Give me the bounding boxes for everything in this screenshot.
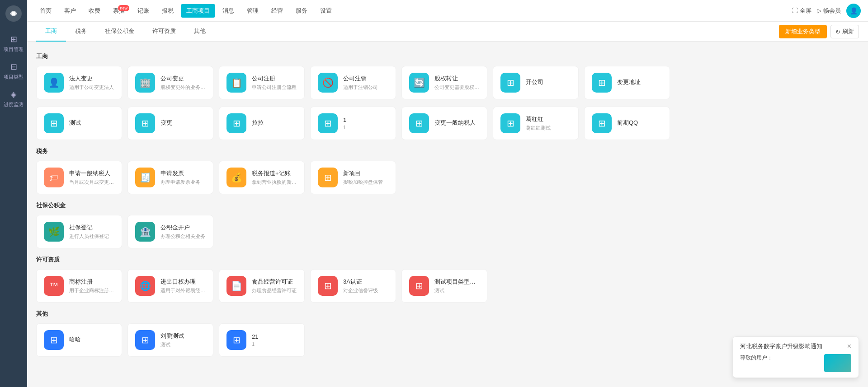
- nav-accounting[interactable]: 记账: [132, 4, 155, 18]
- tab-shebao[interactable]: 社保公积金: [96, 22, 143, 42]
- card-title: 股权转让: [434, 75, 480, 83]
- card-trademark[interactable]: ™ 商标注册 用于企业商标注册服务: [36, 269, 122, 303]
- card-desc: 对企业信誉评级: [343, 287, 388, 294]
- card-change2[interactable]: ⊞ 变更: [127, 107, 213, 140]
- nav-client[interactable]: 客户: [59, 4, 81, 18]
- nav-settings[interactable]: 设置: [315, 4, 337, 18]
- card-tax-report[interactable]: 💰 税务报道+记账 拿到营业执照的新公司: [219, 161, 305, 194]
- card-icon-tax-report: 💰: [226, 168, 246, 187]
- card-desc: 申请公司注册全流程: [252, 84, 297, 91]
- card-icon-haha: ⊞: [44, 330, 64, 350]
- member-label: 畅会员: [823, 7, 841, 15]
- card-title: 申请一般纳税人: [69, 169, 114, 177]
- card-icon-new-project: ⊞: [318, 168, 338, 187]
- card-title: 变更地址: [617, 78, 662, 86]
- card-3a-cert[interactable]: ⊞ 3A认证 对企业信誉评级: [310, 269, 396, 303]
- sidebar-item-label: 项目类型: [4, 74, 24, 80]
- card-icon-num1: ⊞: [318, 113, 338, 133]
- xuke-cards: ™ 商标注册 用于企业商标注册服务 🌐 进出口权办理 适用于对外贸易经营者 📄 …: [36, 269, 859, 303]
- card-icon-apply-invoice: 🧾: [135, 168, 155, 187]
- section-title-xuke: 许可资质: [36, 256, 859, 264]
- card-apply-taxpayer[interactable]: 🏷 申请一般纳税人 当月或次月成变更完成: [36, 161, 122, 194]
- card-icon-import-export: 🌐: [135, 276, 155, 296]
- fullscreen-label: 全屏: [800, 7, 811, 15]
- topnav: 首页 客户 收费 票据 new 记账 报税 工商项目 消息 管理 经营 服务 设…: [27, 0, 868, 22]
- new-type-button[interactable]: 新增业务类型: [779, 25, 827, 38]
- card-company-register[interactable]: 📋 公司注册 申请公司注册全流程: [219, 66, 305, 99]
- topnav-right: ⛶ 全屏 ▷ 畅会员 👤: [792, 4, 861, 18]
- card-change-address[interactable]: ⊞ 变更地址: [584, 66, 670, 99]
- nav-home[interactable]: 首页: [34, 4, 57, 18]
- avatar[interactable]: 👤: [846, 4, 861, 18]
- nav-biz-project[interactable]: 工商项目: [181, 4, 215, 18]
- card-title: 公司变更: [160, 75, 206, 83]
- card-new-project[interactable]: ⊞ 新项目 报税加税控盘保管: [310, 161, 396, 194]
- shuiwu-cards: 🏷 申请一般纳税人 当月或次月成变更完成 🧾 申请发票 办理申请发票业务 💰 税…: [36, 161, 859, 194]
- card-test-project-type[interactable]: ⊞ 测试项目类型自定义 测试: [401, 269, 487, 303]
- card-title: 3A认证: [343, 278, 388, 286]
- card-change-taxpayer[interactable]: ⊞ 变更一般纳税人: [401, 107, 487, 140]
- nav-operation[interactable]: 经营: [266, 4, 288, 18]
- tab-shuiwu[interactable]: 税务: [66, 22, 96, 42]
- refresh-button[interactable]: ↻ 刷新: [830, 25, 859, 38]
- card-company-change[interactable]: 🏢 公司变更 股权变更外的业务变更: [127, 66, 213, 99]
- nav-ticket[interactable]: 票据 new: [108, 4, 130, 18]
- member-btn[interactable]: ▷ 畅会员: [817, 7, 841, 15]
- sidebar-logo: [5, 5, 23, 23]
- card-icon-legal-change: 👤: [44, 73, 64, 93]
- nav-manage[interactable]: 管理: [241, 4, 264, 18]
- card-liupeng-test[interactable]: ⊞ 刘鹏测试 测试: [127, 323, 213, 357]
- tab-bar: 工商 税务 社保公积金 许可资质 其他 新增业务类型 ↻ 刷新: [27, 22, 868, 42]
- sidebar-item-label: 进度监测: [4, 101, 24, 108]
- card-food-license[interactable]: 📄 食品经营许可证 办理食品经营许可证: [219, 269, 305, 303]
- notif-close-button[interactable]: ×: [847, 342, 851, 350]
- sidebar-item-project-type[interactable]: ⊟ 项目类型: [0, 57, 27, 85]
- nav-message[interactable]: 消息: [217, 4, 240, 18]
- card-title: 变更一般纳税人: [434, 119, 480, 127]
- card-provident-fund[interactable]: 🏦 公积金开户 办理公积金相关业务: [127, 215, 213, 248]
- card-desc: 1: [252, 341, 297, 347]
- card-legal-change[interactable]: 👤 法人变更 适用于公司变更法人: [36, 66, 122, 99]
- card-test[interactable]: ⊞ 测试: [36, 107, 122, 140]
- nav-tax[interactable]: 报税: [156, 4, 179, 18]
- card-social-insurance[interactable]: 🌿 社保登记 进行人员社保登记: [36, 215, 122, 248]
- nav-service[interactable]: 服务: [290, 4, 313, 18]
- card-icon-provident-fund: 🏦: [135, 222, 155, 242]
- card-desc: 办理申请发票业务: [160, 179, 206, 186]
- sidebar-item-progress-monitor[interactable]: ◈ 进度监测: [0, 85, 27, 112]
- card-title: 新项目: [343, 169, 388, 177]
- grid-icon: ⊞: [10, 34, 17, 44]
- notif-title: 河北税务数字账户升级影响通知: [740, 342, 822, 350]
- sidebar-item-project-manage[interactable]: ⊞ 项目管理: [0, 30, 27, 57]
- card-icon-trademark: ™: [44, 276, 64, 296]
- card-import-export[interactable]: 🌐 进出口权办理 适用于对外贸易经营者: [127, 269, 213, 303]
- fullscreen-btn[interactable]: ⛶ 全屏: [792, 7, 811, 15]
- card-mohonghong[interactable]: ⊞ 葛红红 葛红红测试: [493, 107, 579, 140]
- card-title: 商标注册: [69, 278, 114, 286]
- card-num21[interactable]: ⊞ 21 1: [219, 323, 305, 357]
- card-desc: 股权变更外的业务变更: [160, 84, 206, 91]
- tab-gongshang[interactable]: 工商: [36, 22, 66, 42]
- nav-billing[interactable]: 收费: [83, 4, 106, 18]
- card-title: 前期QQ: [617, 119, 662, 127]
- card-title: 1: [343, 117, 388, 123]
- card-equity-transfer[interactable]: 🔄 股权转让 公司变更需要股权转让: [401, 66, 487, 99]
- avatar-text: 👤: [850, 7, 858, 14]
- section-title-qita: 其他: [36, 310, 859, 318]
- card-front-qq[interactable]: ⊞ 前期QQ: [584, 107, 670, 140]
- card-desc: 进行人员社保登记: [69, 233, 114, 240]
- section-title-shebao: 社保公积金: [36, 201, 859, 210]
- card-haha[interactable]: ⊞ 哈哈: [36, 323, 122, 357]
- card-icon-mohonghong: ⊞: [500, 113, 520, 133]
- card-company-cancel[interactable]: 🚫 公司注销 适用于注销公司: [310, 66, 396, 99]
- card-open-company[interactable]: ⊞ 开公司: [493, 66, 579, 99]
- card-num1[interactable]: ⊞ 1 1: [310, 107, 396, 140]
- card-desc: 当月或次月成变更完成: [69, 179, 114, 186]
- card-lala[interactable]: ⊞ 拉拉: [219, 107, 305, 140]
- shebao-cards: 🌿 社保登记 进行人员社保登记 🏦 公积金开户 办理公积金相关业务: [36, 215, 859, 248]
- tab-xuke[interactable]: 许可资质: [143, 22, 185, 42]
- card-apply-invoice[interactable]: 🧾 申请发票 办理申请发票业务: [127, 161, 213, 194]
- card-desc: 适用于公司变更法人: [69, 84, 114, 91]
- tab-qita[interactable]: 其他: [185, 22, 215, 42]
- card-desc: 测试: [434, 287, 480, 294]
